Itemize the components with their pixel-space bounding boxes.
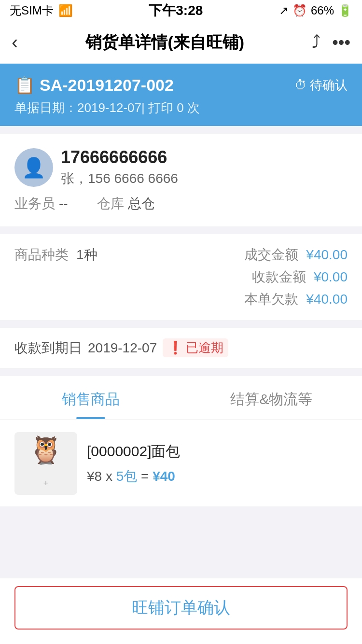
price-unit: ¥8	[87, 469, 102, 484]
multiply-sign: x	[106, 469, 116, 484]
product-type: 商品种类 1种	[14, 246, 97, 264]
owed-value: ¥40.00	[306, 292, 348, 307]
product-type-label: 商品种类	[14, 246, 69, 264]
customer-top: 👤 17666666666 张，156 6666 6666	[14, 147, 348, 188]
share-button[interactable]: ⤴	[312, 32, 320, 53]
owl-icon: 🦉+	[29, 436, 63, 490]
product-item: 🦉+ [0000002]面包 ¥8 x 5包 = ¥40	[0, 420, 362, 506]
sales-label: 业务员	[14, 195, 55, 213]
customer-meta: 业务员 -- 仓库 总仓	[14, 195, 348, 213]
customer-info: 17666666666 张，156 6666 6666	[61, 147, 178, 188]
status-bar: 无SIM卡 📶 下午3:28 ↗ ⏰ 66% 🔋	[0, 0, 362, 21]
product-total: ¥40	[153, 469, 175, 484]
amount-section: 商品种类 1种 成交金额 ¥40.00 收款金额 ¥0.00 本单欠款 ¥40.…	[0, 234, 362, 320]
status-bar-right: ↗ ⏰ 66% 🔋	[279, 4, 352, 17]
product-qty: 5包	[116, 469, 138, 484]
product-thumbnail: 🦉+	[14, 432, 77, 495]
back-button[interactable]: ‹	[12, 31, 18, 53]
tab-sales-products[interactable]: 销售商品	[0, 376, 181, 419]
amount-right: 成交金额 ¥40.00 收款金额 ¥0.00 本单欠款 ¥40.00	[244, 246, 348, 308]
received-row: 收款金额 ¥0.00	[252, 268, 348, 286]
alarm-icon: ⏰	[292, 4, 307, 17]
due-date-value: 2019-12-07	[88, 340, 157, 356]
owed-row: 本单欠款 ¥40.00	[244, 290, 348, 308]
order-date: 单据日期：2019-12-07| 打印 0 次	[14, 99, 348, 116]
product-price: ¥8 x 5包 = ¥40	[87, 467, 348, 486]
overdue-text: 已逾期	[186, 339, 223, 356]
carrier-label: 无SIM卡	[10, 3, 54, 18]
transaction-label: 成交金额	[244, 246, 298, 264]
bottom-bar: 旺铺订单确认	[0, 578, 362, 644]
more-button[interactable]: •••	[332, 32, 350, 53]
page-title: 销货单详情(来自旺铺)	[85, 31, 244, 54]
customer-section: 👤 17666666666 张，156 6666 6666 业务员 -- 仓库 …	[0, 134, 362, 226]
warehouse-label: 仓库	[97, 195, 124, 213]
received-value: ¥0.00	[314, 269, 348, 285]
order-id-text: SA-20191207-002	[40, 76, 174, 95]
tabs-section: 销售商品 结算&物流等 🦉+ [0000002]面包 ¥8 x 5包 = ¥40	[0, 376, 362, 506]
order-header-top: 📋 SA-20191207-002 ⏱ 待确认	[14, 75, 348, 95]
status-clock-icon: ⏱	[294, 78, 307, 93]
status-bar-left: 无SIM卡 📶	[10, 3, 73, 18]
warehouse-meta: 仓库 总仓	[97, 195, 155, 213]
product-info: [0000002]面包 ¥8 x 5包 = ¥40	[87, 442, 348, 486]
overdue-badge: ❗ 已逾期	[163, 338, 228, 357]
tab-settlement-logistics[interactable]: 结算&物流等	[181, 376, 362, 419]
received-label: 收款金额	[252, 268, 306, 286]
product-type-value: 1种	[76, 246, 97, 264]
due-label: 收款到期日	[14, 339, 82, 357]
overdue-icon: ❗	[167, 340, 183, 355]
confirm-order-button[interactable]: 旺铺订单确认	[14, 586, 348, 630]
order-status: ⏱ 待确认	[294, 77, 348, 94]
product-thumb-inner: 🦉+	[29, 436, 63, 490]
avatar: 👤	[14, 148, 53, 187]
product-name: [0000002]面包	[87, 442, 348, 462]
location-icon: ↗	[279, 4, 289, 17]
equals-sign: =	[141, 469, 153, 484]
sales-value: --	[59, 196, 68, 211]
confirm-order-label: 旺铺订单确认	[132, 597, 230, 619]
battery-label: 66%	[311, 4, 334, 17]
warehouse-value: 总仓	[128, 195, 155, 213]
customer-name: 张，156 6666 6666	[61, 169, 178, 188]
due-section: 收款到期日 2019-12-07 ❗ 已逾期	[0, 328, 362, 368]
nav-bar: ‹ 销货单详情(来自旺铺) ⤴ •••	[0, 21, 362, 64]
order-icon: 📋	[14, 75, 35, 95]
status-bar-time: 下午3:28	[149, 1, 203, 20]
status-text: 待确认	[310, 77, 348, 94]
transaction-value: ¥40.00	[306, 247, 348, 263]
tabs-header: 销售商品 结算&物流等	[0, 376, 362, 420]
customer-phone: 17666666666	[61, 147, 178, 168]
wifi-icon: 📶	[58, 4, 73, 17]
nav-actions: ⤴ •••	[312, 32, 350, 53]
avatar-icon: 👤	[22, 156, 46, 179]
owed-label: 本单欠款	[244, 290, 298, 308]
battery-icon: 🔋	[338, 4, 352, 17]
order-header: 📋 SA-20191207-002 ⏱ 待确认 单据日期：2019-12-07|…	[0, 64, 362, 126]
sales-meta: 业务员 --	[14, 195, 68, 213]
order-id: 📋 SA-20191207-002	[14, 75, 174, 95]
transaction-row: 成交金额 ¥40.00	[244, 246, 348, 264]
